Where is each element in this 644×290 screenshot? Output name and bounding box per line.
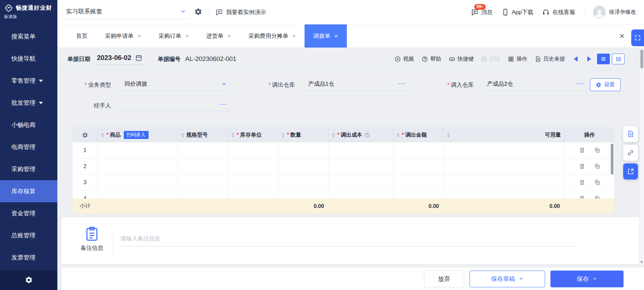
- business-type-select[interactable]: 同价调拨: [120, 79, 230, 91]
- column-header-spec[interactable]: 规格型号: [178, 128, 228, 142]
- handler-field[interactable]: ···: [120, 100, 230, 111]
- copy-row-icon[interactable]: [594, 147, 600, 153]
- in-warehouse-field[interactable]: 产成品2仓 ···: [482, 79, 588, 91]
- account-select[interactable]: 实习联系账套: [64, 5, 188, 19]
- cell-spec[interactable]: [178, 142, 228, 158]
- cell-product[interactable]: [98, 174, 178, 190]
- cell-amount[interactable]: [393, 191, 444, 199]
- tab-close-icon[interactable]: ×: [334, 33, 338, 39]
- history-docs-button[interactable]: 历史单据: [531, 56, 569, 63]
- cell-cost[interactable]: [329, 174, 393, 190]
- sidebar-item-ecommerce[interactable]: 电商管理: [0, 136, 57, 158]
- ellipsis-picker-icon[interactable]: ···: [219, 101, 227, 108]
- operations-button[interactable]: 操作: [504, 56, 531, 63]
- cell-unit[interactable]: [228, 142, 278, 158]
- tab-transfer-order[interactable]: 调拨单×: [305, 24, 347, 48]
- tab-purchase-cost-allocation[interactable]: 采购费用分摊单×: [240, 24, 305, 48]
- tab-close-icon[interactable]: ×: [185, 33, 189, 39]
- cell-cost[interactable]: [329, 191, 393, 199]
- scrollbar-thumb[interactable]: [640, 50, 643, 68]
- scroll-down-arrow-icon[interactable]: [640, 261, 643, 263]
- prev-doc-caret-icon[interactable]: [574, 56, 578, 62]
- table-scrollbar[interactable]: [611, 144, 613, 174]
- column-header-product[interactable]: *商品 扫码录入: [98, 128, 178, 142]
- cell-amount[interactable]: [393, 174, 444, 190]
- list-view-toggle[interactable]: [597, 54, 610, 64]
- demo-link[interactable]: 我要看实例演示: [215, 8, 266, 16]
- sidebar-item-xiaochang-ecom[interactable]: 小畅电商: [0, 114, 57, 136]
- cell-product[interactable]: [98, 191, 178, 199]
- sidebar-item-wholesale[interactable]: 批发管理: [0, 92, 57, 114]
- sidebar-item-purchasing[interactable]: 采购管理: [0, 158, 57, 180]
- sort-arrows-icon[interactable]: [332, 133, 335, 137]
- delete-row-trash-icon[interactable]: [579, 179, 585, 186]
- ellipsis-picker-icon[interactable]: ···: [398, 80, 406, 87]
- scan-entry-button[interactable]: 扫码录入: [124, 131, 149, 139]
- settings-button[interactable]: 设置: [590, 78, 621, 91]
- sidebar-item-funds[interactable]: 资金管理: [0, 202, 57, 224]
- discard-button[interactable]: 放弃: [424, 271, 464, 287]
- sidebar-item-search-menu[interactable]: 搜索菜单: [0, 25, 57, 48]
- split-view-toggle[interactable]: [612, 54, 625, 64]
- sidebar-item-retail[interactable]: 零售管理: [0, 70, 57, 92]
- sidebar-gear-icon[interactable]: [25, 276, 33, 284]
- cell-unit[interactable]: [228, 158, 278, 174]
- cell-qty[interactable]: [278, 191, 329, 199]
- next-doc-caret-icon[interactable]: [587, 56, 591, 62]
- table-settings-gear-icon[interactable]: [82, 132, 88, 138]
- cell-cost[interactable]: [329, 142, 393, 158]
- fullscreen-button[interactable]: [631, 29, 644, 46]
- cell-spec[interactable]: [178, 174, 228, 190]
- save-draft-button[interactable]: 保存草稿: [470, 271, 545, 287]
- copy-row-icon[interactable]: [594, 163, 600, 169]
- sidebar-item-inventory-accounting[interactable]: 库存核算: [0, 180, 57, 202]
- header-settings-gear-icon[interactable]: [194, 8, 203, 16]
- guide-tool-button[interactable]: [623, 126, 638, 142]
- link-tool-button[interactable]: [623, 145, 638, 161]
- delete-row-trash-icon[interactable]: [579, 147, 585, 153]
- sidebar-item-quick-nav[interactable]: 快捷导航: [0, 48, 57, 70]
- save-button[interactable]: 保存: [550, 271, 624, 287]
- tab-close-icon[interactable]: ×: [227, 33, 231, 39]
- doc-date-field[interactable]: 2023-06-02: [94, 53, 144, 65]
- print-button[interactable]: 打印: [477, 56, 504, 63]
- cell-unit[interactable]: [228, 191, 278, 199]
- cell-amount[interactable]: [393, 158, 444, 174]
- table-column-settings[interactable]: [72, 128, 98, 142]
- delete-row-trash-icon[interactable]: [579, 163, 585, 169]
- close-page-icon[interactable]: ×: [620, 24, 625, 48]
- cell-qty[interactable]: [278, 142, 329, 158]
- out-warehouse-field[interactable]: 产成品1仓 ···: [304, 79, 409, 91]
- online-service-button[interactable]: 在线客服: [542, 8, 575, 16]
- help-button[interactable]: 帮助: [418, 56, 445, 63]
- tab-close-icon[interactable]: ×: [292, 33, 296, 39]
- user-menu[interactable]: 徐泽华修改: [593, 6, 636, 18]
- video-button[interactable]: 视频: [391, 56, 418, 63]
- tab-close-icon[interactable]: ×: [138, 33, 141, 39]
- cell-product[interactable]: [98, 142, 178, 158]
- cell-cost[interactable]: [329, 158, 393, 174]
- cell-spec[interactable]: [178, 158, 228, 174]
- copy-row-icon[interactable]: [594, 195, 600, 199]
- sidebar-item-invoices[interactable]: 发票管理: [0, 246, 57, 269]
- cell-amount[interactable]: [393, 142, 444, 158]
- cell-qty[interactable]: [278, 158, 329, 174]
- expand-tool-button[interactable]: [623, 163, 638, 179]
- column-header-amount[interactable]: *调出金额: [393, 128, 444, 142]
- tab-purchase-order[interactable]: 采购订单×: [150, 24, 198, 48]
- sort-arrows-icon[interactable]: [181, 133, 184, 137]
- hotkeys-button[interactable]: 快捷键: [445, 56, 477, 63]
- sidebar-item-general-ledger[interactable]: 总账管理: [0, 224, 57, 246]
- sort-arrows-icon[interactable]: [231, 133, 234, 137]
- tab-home[interactable]: 首页: [67, 24, 96, 48]
- cost-info-icon[interactable]: [364, 132, 370, 138]
- cell-qty[interactable]: [278, 174, 329, 190]
- cell-product[interactable]: [98, 158, 178, 174]
- app-download-button[interactable]: App下载: [501, 8, 533, 16]
- column-header-available[interactable]: 可用量: [444, 128, 565, 142]
- remarks-input[interactable]: [120, 233, 579, 246]
- page-scrollbar[interactable]: [639, 48, 644, 265]
- sort-arrows-icon[interactable]: [282, 133, 284, 137]
- calendar-icon[interactable]: [135, 54, 142, 61]
- column-header-unit[interactable]: *库存单位: [228, 128, 278, 142]
